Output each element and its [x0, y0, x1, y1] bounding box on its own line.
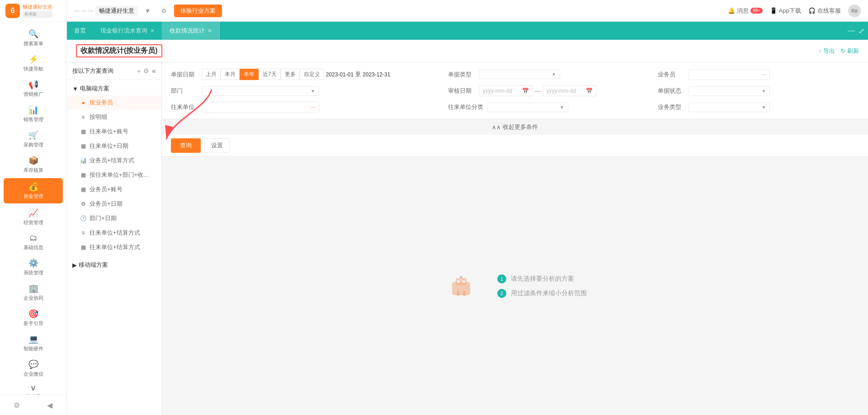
counterparty-label: 往来单位	[171, 103, 198, 111]
sidebar-item-guide[interactable]: 🎯 新手引导	[0, 305, 66, 330]
topbar-gear-btn[interactable]: ⚙	[158, 5, 170, 17]
svg-rect-5	[463, 291, 466, 296]
step-num-1: 1	[497, 274, 506, 283]
tab-minimize-btn[interactable]: —	[848, 27, 855, 35]
tab-close-btn[interactable]: ✕	[208, 28, 212, 34]
scheme-item-salesman-date[interactable]: ⚙ 业务员+日期	[67, 197, 161, 211]
scheme-item-salesman-account[interactable]: ▦ 业务员+账号	[67, 182, 161, 197]
counterparty-select[interactable]: ···	[202, 102, 319, 113]
service-icon: 🎧	[808, 7, 816, 14]
date-tab-more[interactable]: 更多	[281, 69, 300, 80]
scheme-item-counterparty-dept[interactable]: ▦ 按往来单位+部门+收...	[67, 168, 161, 182]
salesman-select[interactable]: ···	[689, 69, 770, 80]
settings-btn[interactable]: 设置	[204, 138, 230, 153]
sidebar-item-label: 新手引导	[24, 320, 43, 327]
date-to: 2023-12-31	[363, 71, 390, 78]
date-control: 上月 本月 本年 近7天 更多 自定义 2023-01-01	[202, 69, 439, 80]
sidebar-item-finance[interactable]: 💰 资金管理	[4, 178, 63, 203]
scheme-item-detail[interactable]: ≡ 按明细	[67, 110, 161, 124]
date-label: 单据日期	[171, 71, 198, 79]
filter-row-2: 部门 ▼ 审核日期 yyyy-mm-dd	[171, 85, 859, 96]
sidebar-item-basic[interactable]: 🗂 基础信息	[0, 230, 66, 255]
scheme-item-counterparty-settlement-2[interactable]: ▦ 往来单位+结算方式	[67, 240, 161, 255]
scheme-collapse-btn[interactable]: «	[152, 67, 156, 75]
voucher-status-select[interactable]: ▼	[689, 86, 770, 96]
tabbar-right: — ⤢	[848, 22, 868, 40]
sidebar-item-wechat[interactable]: 💬 企业微信	[0, 356, 66, 381]
sidebar-item-system[interactable]: ⚙️ 系统管理	[0, 255, 66, 280]
collapse-btn[interactable]: ∧∧ 收起更多条件	[492, 123, 538, 131]
date-tab-this-year[interactable]: 本年	[240, 69, 259, 80]
tab-collection-stats[interactable]: 收款情况统计 ✕	[162, 22, 220, 40]
chevron-down-icon: ▼	[311, 89, 315, 94]
online-service-btn[interactable]: 🎧 在线客服	[808, 7, 841, 15]
tab-close-btn[interactable]: ✕	[150, 28, 155, 34]
breadcrumb: — — — 畅捷通好生意	[74, 6, 138, 16]
sidebar-item-enterprise[interactable]: 🏢 企业协同	[0, 280, 66, 305]
scheme-item-dept-date[interactable]: 🕐 部门+日期	[67, 211, 161, 226]
tabbar: 首页 现金银行流水查询 ✕ 收款情况统计 ✕ — ⤢	[67, 22, 868, 40]
review-date-from-input[interactable]: yyyy-mm-dd 📅	[479, 85, 533, 96]
scheme-gear-btn[interactable]: ⚙	[143, 67, 149, 75]
hardware-icon: 💻	[28, 334, 38, 344]
trial-btn[interactable]: 体验行业方案	[174, 5, 222, 17]
voucher-type-select[interactable]: ▼	[479, 70, 560, 79]
calendar-icon: 📅	[522, 88, 529, 94]
sidebar-item-sales[interactable]: 📊 销售管理	[0, 101, 66, 127]
tab-maximize-btn[interactable]: ⤢	[859, 27, 864, 35]
review-date-label: 审核日期	[448, 87, 475, 95]
topbar-dropdown[interactable]: ▼	[142, 5, 154, 17]
inventory-icon: 📦	[28, 156, 38, 165]
sidebar-settings-btn[interactable]: ⚙	[10, 399, 23, 411]
sidebar-item-quick-nav[interactable]: ⚡ 快捷导航	[0, 51, 66, 76]
topbar-title: 畅捷通好生意	[95, 6, 138, 16]
desktop-group-title[interactable]: ▼ 电脑端方案	[67, 82, 161, 95]
tab-cash-flow[interactable]: 现金银行流水查询 ✕	[93, 22, 162, 40]
date-tab-7days[interactable]: 近7天	[259, 69, 281, 80]
refresh-btn[interactable]: ↻ 刷新	[840, 47, 859, 55]
review-date-to-input[interactable]: yyyy-mm-dd 📅	[542, 85, 597, 96]
counterparty-more-btn[interactable]: ···	[311, 104, 315, 110]
date-tab-last-month[interactable]: 上月	[202, 69, 221, 80]
sidebar-item-operations[interactable]: 📈 经营管理	[0, 204, 66, 230]
download-icon: 📱	[770, 7, 777, 14]
sidebar: 6 畅捷通好生意 标准版 🔍 搜索菜单 ⚡ 快捷导航 📢 营销推广 📊	[0, 0, 67, 415]
query-btn[interactable]: 查询	[171, 138, 201, 153]
scheme-item-salesman[interactable]: ● 按业务员	[67, 95, 161, 110]
page-title: 收款情况统计(按业务员)	[76, 44, 162, 57]
sidebar-collapse-btn[interactable]: ◀	[43, 399, 56, 411]
counterparty-category-select[interactable]: ▼	[487, 103, 568, 112]
date-tab-custom[interactable]: 自定义	[300, 69, 324, 80]
logo-badge: 标准版	[23, 11, 52, 18]
export-btn[interactable]: ↑ 导出	[819, 47, 835, 55]
user-avatar-btn[interactable]: Rit	[848, 5, 861, 17]
scheme-item-salesman-settlement[interactable]: 📊 业务员+结算方式	[67, 153, 161, 168]
chevron-down-icon: ▼	[761, 89, 766, 94]
sidebar-item-inventory[interactable]: 📦 库存核算	[0, 152, 66, 177]
app-logo: 6 畅捷通好生意 标准版	[0, 0, 66, 22]
svg-rect-4	[457, 291, 459, 296]
mobile-group-title[interactable]: ▶ 移动端方案	[67, 258, 161, 272]
sidebar-item-marketing[interactable]: 📢 营销推广	[0, 76, 66, 101]
sidebar-item-purchase[interactable]: 🛒 采购管理	[0, 127, 66, 152]
dept-select[interactable]: ▼	[202, 86, 319, 96]
tab-home[interactable]: 首页	[67, 22, 93, 40]
date-tab-this-month[interactable]: 本月	[221, 69, 240, 80]
sidebar-item-member[interactable]: V 畅会员	[0, 381, 66, 395]
desktop-scheme-group: ▼ 电脑端方案 ● 按业务员 ≡ 按明细 ▦	[67, 80, 161, 256]
sidebar-item-label: 销售管理	[24, 116, 43, 123]
app-download-btn[interactable]: 📱 App下载	[770, 7, 801, 15]
sidebar-item-search-menu[interactable]: 🔍 搜索菜单	[0, 25, 66, 51]
sidebar-item-hardware[interactable]: 💻 智能硬件	[0, 330, 66, 356]
salesman-more-btn[interactable]: ···	[761, 71, 766, 78]
notification-badge: 99+	[750, 8, 763, 14]
scheme-item-counterparty-settlement-1[interactable]: ≡ 往来单位+结算方式	[67, 226, 161, 240]
marketing-icon: 📢	[28, 80, 38, 90]
scheme-item-counterparty-date[interactable]: ▦ 往来单位+日期	[67, 139, 161, 153]
add-scheme-btn[interactable]: +	[137, 67, 141, 75]
business-type-select[interactable]: ▼	[689, 103, 770, 112]
scheme-item-counterparty-account[interactable]: ▦ 往来单位+账号	[67, 124, 161, 139]
gear-icon: ⚙	[161, 7, 167, 14]
notification-btn[interactable]: 🔔 消息 99+	[728, 7, 763, 15]
sidebar-item-label: 资金管理	[24, 193, 43, 200]
